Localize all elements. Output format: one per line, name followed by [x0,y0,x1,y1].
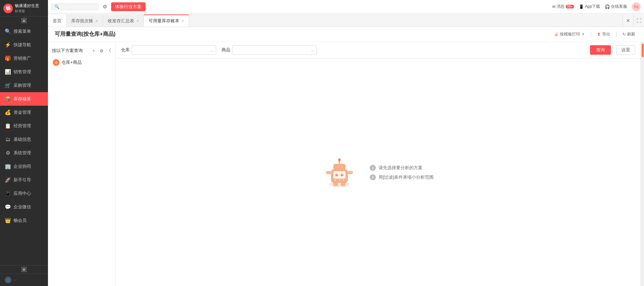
marketing-icon: 🎁 [5,55,11,61]
goods-label: 商品 [222,47,230,53]
svg-rect-11 [347,171,353,174]
warehouse-dots[interactable]: ... [210,48,214,52]
sidebar-item-label: 基础信息 [14,136,31,142]
filter-settings-button[interactable]: ⚙ [98,47,105,54]
tab-batch-account-label: 库存批次账 [71,18,93,24]
print-button[interactable]: 🖨 按模板打印 ▼ [552,30,587,38]
headset-icon: 🎧 [605,4,610,9]
svg-point-14 [335,179,336,181]
sidebar-item-finance[interactable]: 💰 资金管理 [0,106,48,119]
sidebar-item-appstore[interactable]: 📱 应用中心 [0,187,48,200]
message-icon: ✉ [552,4,556,9]
sidebar-item-wechat[interactable]: 💬 企业微信 [0,200,48,214]
warehouse-input[interactable]: ... [132,45,216,55]
svg-point-5 [337,174,338,175]
user-avatar: Rit [632,2,641,11]
sidebar-item-label: 销售管理 [14,69,31,75]
page-header-actions: 🖨 按模板打印 ▼ | ⬆ 导出 | ↻ 刷新 [552,30,637,38]
search-input[interactable] [61,4,91,9]
tab-available-ledger-label: 可用量库存账本 [149,18,179,24]
tabs-end-buttons: ✕ ⛶ [622,15,644,27]
goods-input[interactable]: ... [232,45,317,55]
sidebar-item-sales[interactable]: 📊 销售管理 [0,65,48,79]
online-service-label: 在线客服 [611,4,627,9]
tab-available-ledger-close[interactable]: × [182,19,184,23]
filter-panel-header: 按以下方案查询 ＋ ⚙ 《 [48,46,115,57]
svg-rect-2 [333,171,345,179]
sidebar: 畅 畅康通好生意 标准版 ▲ 🔍 搜索菜单 ⚡ 快捷导航 🎁 营销推广 📊 销售… [0,0,48,286]
sidebar-scroll-down[interactable]: ▼ [21,267,27,272]
empty-hint-2: 2 用[过滤]条件来缩小分析范围 [370,174,434,180]
tab-close-button[interactable]: ✕ [622,15,633,27]
topbar: 🔍 ⚙ 体验行业方案 ✉ 消息 99+ 📱 App下载 🎧 在线客服 Rit [48,0,644,14]
empty-hints: 1 请先选择要分析的方案 2 用[过滤]条件来缩小分析范围 [370,165,434,180]
sidebar-item-shortcut[interactable]: ⚡ 快捷导航 [0,38,48,52]
sidebar-item-purchase[interactable]: 🛒 采购管理 [0,79,48,92]
filter-panel-title: 按以下方案查询 [52,48,83,54]
svg-point-16 [343,179,344,181]
tab-receive-summary[interactable]: 收发存汇总表 × [103,15,144,27]
refresh-button[interactable]: ↻ 刷新 [620,30,637,38]
main-content: 仓库 ... 商品 ... 查询 设置 [115,42,641,286]
filter-collapse-button[interactable]: 《 [106,48,111,54]
sidebar-scroll-up[interactable]: ▲ [21,18,27,23]
empty-hint-1: 1 请先选择要分析的方案 [370,165,434,171]
refresh-icon: ↻ [622,32,626,37]
avatar-text: Rit [634,5,638,9]
sidebar-item-marketing[interactable]: 🎁 营销推广 [0,52,48,65]
search-box[interactable]: 🔍 [51,3,99,10]
empty-robot-illustration [323,156,356,189]
sidebar-item-label: 搜索菜单 [14,28,31,34]
sidebar-item-vip[interactable]: 👑 畅会员 [0,214,48,227]
refresh-label: 刷新 [627,31,635,37]
sidebar-item-search[interactable]: 🔍 搜索菜单 [0,25,48,38]
logo-icon: 畅 [3,4,13,13]
filter-item-icon: ⚙ [53,59,59,66]
app-download-badge[interactable]: 📱 App下载 [579,4,600,9]
sidebar-item-system[interactable]: ⚙ 系统管理 [0,146,48,160]
divider2: | [616,31,617,37]
message-badge[interactable]: ✉ 消息 99+ [552,4,574,9]
export-button[interactable]: ⬆ 导出 [595,30,612,38]
setting-button[interactable]: 设置 [616,45,635,55]
gear-icon[interactable]: ⚙ [101,3,108,10]
phone-icon: 📱 [579,4,584,9]
tab-batch-account[interactable]: 库存批次账 × [67,15,103,27]
tab-home[interactable]: 首页 [48,15,67,27]
sidebar-item-label: 采购管理 [14,82,31,88]
sidebar-item-enterprise[interactable]: 🏢 企业协同 [0,160,48,173]
system-icon: ⚙ [5,150,11,156]
sidebar-item-newbie[interactable]: 🚀 新手引导 [0,173,48,187]
tab-batch-account-close[interactable]: × [96,19,98,23]
empty-content-row: 1 请先选择要分析的方案 2 用[过滤]条件来缩小分析范围 [323,156,434,189]
sidebar-item-operations[interactable]: 📋 经营管理 [0,119,48,133]
sidebar-item-label: 库存核算 [14,96,31,102]
filter-add-button[interactable]: ＋ [90,47,97,54]
tab-receive-summary-close[interactable]: × [136,19,139,23]
search-icon: 🔍 [54,4,59,9]
online-service-badge[interactable]: 🎧 在线客服 [605,4,627,9]
shortcut-icon: ⚡ [5,42,11,48]
message-label: 消息 [557,4,565,9]
sidebar-item-basic[interactable]: 🗂 基础信息 [0,133,48,146]
industry-button[interactable]: 体验行业方案 [111,2,146,11]
sidebar-item-label: 系统管理 [14,150,31,156]
right-scrollbar[interactable] [641,42,644,286]
tab-expand-button[interactable]: ⛶ [633,15,644,27]
sidebar-item-inventory[interactable]: 📦 库存核算 [0,92,48,106]
right-scroll-thumb[interactable] [642,44,644,57]
sidebar-item-label: 企业微信 [14,204,31,210]
divider1: | [590,31,592,37]
sidebar-item-label: 企业协同 [14,163,31,170]
filter-item-warehouse-goods[interactable]: ⚙ 仓库+商品 [48,57,115,68]
goods-field: 商品 ... [222,45,317,55]
sales-icon: 📊 [5,69,11,75]
wechat-icon: 💬 [5,204,11,210]
svg-rect-13 [341,182,345,186]
tab-available-ledger[interactable]: 可用量库存账本 × [144,15,189,27]
export-icon: ⬆ [597,32,601,37]
sidebar-footer: 👤 ··· [0,274,48,286]
goods-dots[interactable]: ... [311,48,314,52]
query-button[interactable]: 查询 [590,45,611,55]
sidebar-item-label: 营销推广 [14,55,31,61]
